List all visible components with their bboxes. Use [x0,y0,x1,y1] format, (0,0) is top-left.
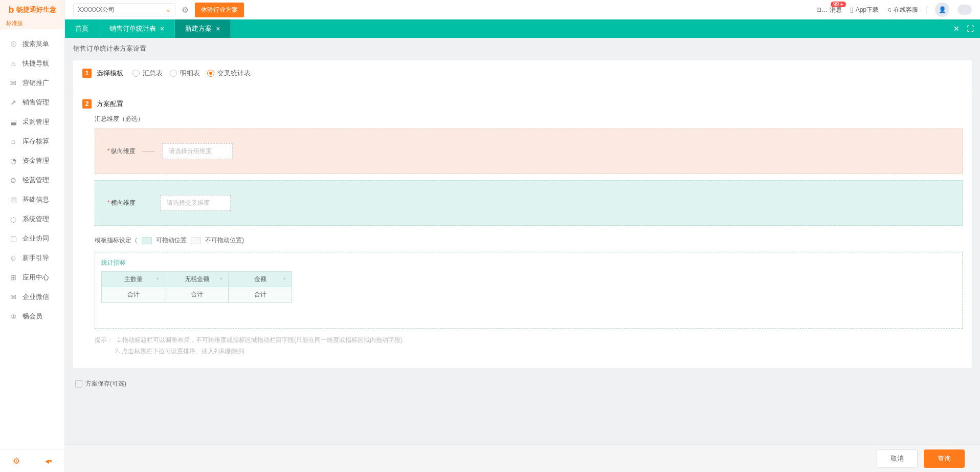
caret-down-icon: ⌄ [166,6,171,13]
radio-label: 交叉统计表 [217,69,251,78]
sidebar-menu: ⦾搜索菜单 ⌂快捷导航 ✉营销推广 ↗销售管理 ⬓采购管理 ⌂库存核算 ◔资金管… [0,29,64,449]
cancel-button[interactable]: 取消 [877,449,918,468]
search-icon: ⦾ [9,40,17,48]
close-icon[interactable]: × [160,25,164,33]
horizontal-dim-input[interactable]: 请选择交叉维度 [160,195,231,211]
sidebar-item-marketing[interactable]: ✉营销推广 [0,73,64,93]
save-option-row[interactable]: 方案保存(可选) [73,375,972,392]
close-all-icon[interactable]: ✕ [953,25,960,33]
metric-cell: 合计 [165,287,229,303]
draggable-swatch [142,237,152,244]
tab-sales-order-report[interactable]: 销售订单统计表 × [99,19,175,38]
sales-icon: ↗ [9,98,17,106]
sidebar-item-label: 搜索菜单 [23,39,49,49]
wechat-icon: ✉ [9,293,17,301]
sidebar-item-inventory[interactable]: ⌂库存核算 [0,132,64,151]
tip-line-1: 1.拖动标题栏可以调整布局，不可跨维度或指标区域拖动栏目字段(只能在同一维度或指… [117,335,403,346]
tabbar: 首页 销售订单统计表 × 新建方案 × ✕ ⛶ [65,19,980,38]
message-icon: ⊡… [816,6,828,13]
gear-icon[interactable]: ⚙ [182,5,189,15]
topbar-right: ⊡… 消息 99 + ▯ App下载 ♫ 在线客服 👤 [816,3,972,17]
main-area: XXXXXX公司 ⌄ ⚙ 体验行业方案 ⊡… 消息 99 + ▯ App下载 ♫… [65,0,980,472]
phone-icon: ▯ [850,6,854,13]
sidebar-item-nav[interactable]: ⌂快捷导航 [0,54,64,73]
tip-line-2: 2. 点击标题栏下拉可设置排序、插入列和删除列 [115,348,244,355]
panel-step2: 2 方案配置 汇总维度（必选） *纵向维度 —— 请选择分组维度 *横向维度 [73,91,972,368]
sidebar-item-apps[interactable]: ⊞应用中心 [0,268,64,287]
sidebar-item-guide[interactable]: ☺新手引导 [0,248,64,268]
horizontal-dim-label: *横向维度 [107,199,136,207]
required-star-icon: * [107,199,110,206]
template-setting-hint: 模板指标设定（ 可拖动位置 不可拖动位置) [95,236,963,245]
template-radio-group: 汇总表 明细表 交叉统计表 [132,69,251,78]
sidebar-item-label: 企业协同 [23,234,49,243]
member-icon: ♔ [9,312,17,320]
guide-icon: ☺ [9,254,17,262]
sidebar-item-purchase[interactable]: ⬓采购管理 [0,112,64,132]
sidebar-item-label: 系统管理 [23,214,49,224]
content: 销售订单统计表方案设置 1 选择模板 汇总表 明细表 [65,38,980,444]
metric-cell: 合计 [102,287,165,303]
radio-summary[interactable]: 汇总表 [132,69,163,78]
vertical-dim-box: *纵向维度 —— 请选择分组维度 [95,128,963,174]
messages-link[interactable]: ⊡… 消息 99 + [816,6,842,14]
fullscreen-icon[interactable]: ⛶ [967,25,974,33]
metric-header-notax[interactable]: 无税金额⌄ [165,272,229,287]
sidebar-item-label: 资金管理 [23,156,49,165]
topbar: XXXXXX公司 ⌄ ⚙ 体验行业方案 ⊡… 消息 99 + ▯ App下载 ♫… [65,0,980,19]
plan-button[interactable]: 体验行业方案 [195,3,244,17]
radio-cross[interactable]: 交叉统计表 [207,69,251,78]
metric-table: 主数量⌄ 无税金额⌄ 金额⌄ 合计 合计 合计 [101,271,292,303]
tab-label: 首页 [75,24,88,33]
query-button[interactable]: 查询 [924,449,965,468]
radio-icon [207,70,214,77]
home-icon: ⌂ [9,59,17,68]
footer-buttons: 取消 查询 [65,444,980,472]
company-name: XXXXXX公司 [78,6,115,14]
operation-icon: ⊜ [9,176,17,184]
page-title: 销售订单统计表方案设置 [73,44,972,53]
sidebar-item-label: 经营管理 [23,176,49,185]
purchase-icon: ⬓ [9,118,17,126]
tips-prefix: 提示： [95,335,113,346]
required-star-icon: * [107,147,110,155]
sidebar-item-sales[interactable]: ↗销售管理 [0,93,64,112]
collapse-icon[interactable]: ◂▪ [45,456,52,466]
sidebar-item-search[interactable]: ⦾搜索菜单 [0,34,64,54]
radio-label: 明细表 [180,69,200,78]
sidebar-item-member[interactable]: ♔畅会员 [0,307,64,326]
sidebar-item-label: 营销推广 [23,78,49,88]
logo-text: 畅捷通好生意 [16,5,56,14]
sidebar-item-label: 采购管理 [23,117,49,126]
vertical-dim-input[interactable]: 请选择分组维度 [162,143,233,159]
caret-down-icon: ⌄ [219,275,223,281]
nodrag-swatch [191,237,201,244]
tab-label: 销售订单统计表 [109,24,156,33]
sidebar-item-base[interactable]: ▤基础信息 [0,190,64,209]
close-icon[interactable]: × [216,25,220,33]
sidebar-item-collab[interactable]: ▢企业协同 [0,229,64,248]
metric-header-amount[interactable]: 金额⌄ [229,272,292,287]
online-service-link[interactable]: ♫ 在线客服 [887,6,918,14]
divider [926,6,927,14]
metric-header-qty[interactable]: 主数量⌄ [102,272,165,287]
company-select[interactable]: XXXXXX公司 ⌄ [73,3,175,16]
app-download-label: App下载 [856,6,879,14]
sidebar-item-finance[interactable]: ◔资金管理 [0,151,64,170]
sidebar-item-system[interactable]: ◌系统管理 [0,209,64,229]
sidebar-item-operation[interactable]: ⊜经营管理 [0,170,64,190]
headset-icon: ♫ [887,6,892,13]
sidebar-edition: 标准版 [0,19,64,29]
step-number: 2 [82,99,92,109]
stats-title: 统计指标 [101,259,956,267]
tab-home[interactable]: 首页 [65,19,99,38]
checkbox-icon[interactable] [75,380,82,388]
radio-detail[interactable]: 明细表 [170,69,200,78]
settings-icon[interactable]: ⚙ [13,456,20,466]
avatar[interactable]: 👤 [935,3,949,17]
app-download-link[interactable]: ▯ App下载 [850,6,879,14]
sidebar-item-label: 新手引导 [23,253,49,263]
sidebar-item-wechat[interactable]: ✉企业微信 [0,287,64,307]
avatar-name-pill[interactable] [957,5,972,15]
tab-new-plan[interactable]: 新建方案 × [175,19,231,38]
